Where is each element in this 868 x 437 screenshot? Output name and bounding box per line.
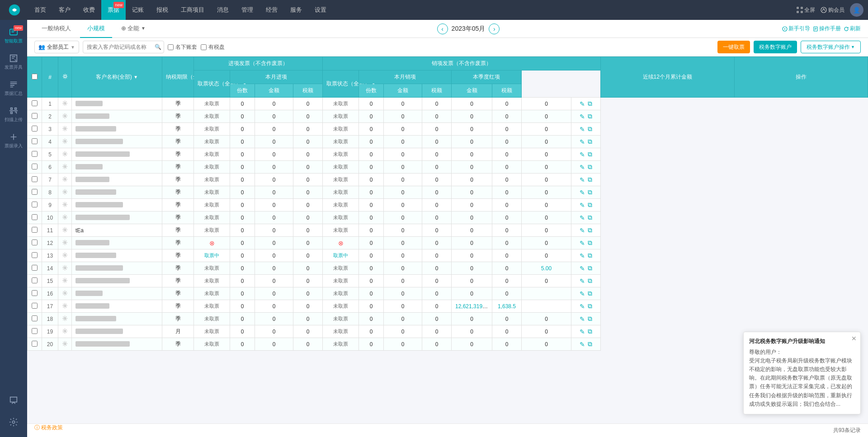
row-settings[interactable] xyxy=(58,224,72,237)
row-settings[interactable] xyxy=(58,325,72,338)
row-checkbox-6[interactable] xyxy=(32,164,38,169)
row-check[interactable] xyxy=(28,136,42,148)
copy-icon-1[interactable]: ⧉ xyxy=(588,100,592,108)
edit-icon-19[interactable]: ✎ xyxy=(580,328,585,335)
row-check[interactable] xyxy=(28,211,42,224)
copy-icon-5[interactable]: ⧉ xyxy=(588,150,592,158)
search-input[interactable] xyxy=(83,41,164,53)
copy-icon-11[interactable]: ⧉ xyxy=(588,226,592,234)
row-settings[interactable] xyxy=(58,300,72,313)
copy-icon-8[interactable]: ⧉ xyxy=(588,188,592,196)
sidebar-item-invoice-open[interactable]: 发票开具 xyxy=(1,50,26,74)
sidebar-settings-bottom[interactable] xyxy=(1,414,26,432)
edit-icon-17[interactable]: ✎ xyxy=(580,303,585,310)
tab-small[interactable]: 小规模 xyxy=(80,20,112,38)
row-settings[interactable] xyxy=(58,110,72,123)
edit-icon-20[interactable]: ✎ xyxy=(580,341,585,348)
nav-fee[interactable]: 收费 xyxy=(77,0,101,20)
edit-icon-13[interactable]: ✎ xyxy=(580,252,585,259)
logo[interactable] xyxy=(5,0,24,20)
row-settings[interactable] xyxy=(58,211,72,224)
notification-close-btn[interactable]: ✕ xyxy=(851,335,857,342)
edit-icon-12[interactable]: ✎ xyxy=(580,240,585,247)
row-check[interactable] xyxy=(28,262,42,275)
copy-icon-15[interactable]: ⧉ xyxy=(588,277,592,285)
edit-icon-3[interactable]: ✎ xyxy=(580,126,585,133)
row-settings[interactable] xyxy=(58,123,72,136)
edit-icon-18[interactable]: ✎ xyxy=(580,315,585,323)
user-avatar[interactable]: 👤 xyxy=(850,3,863,17)
refresh-link[interactable]: 刷新 xyxy=(844,25,861,33)
nav-service[interactable]: 服务 xyxy=(284,0,308,20)
row-check[interactable] xyxy=(28,338,42,351)
date-next-btn[interactable]: › xyxy=(489,23,500,34)
tab-all-dropdown-icon[interactable]: ▼ xyxy=(141,26,146,31)
row-settings[interactable] xyxy=(58,249,72,262)
nav-accounting[interactable]: 记账 xyxy=(126,0,150,20)
row-checkbox-5[interactable] xyxy=(32,151,38,157)
row-checkbox-8[interactable] xyxy=(32,189,38,195)
edit-icon-9[interactable]: ✎ xyxy=(580,202,585,209)
edit-icon-2[interactable]: ✎ xyxy=(580,113,585,120)
manual-link[interactable]: 操作手册 xyxy=(813,25,841,33)
tax-disk-check[interactable]: 有税盘 xyxy=(201,43,225,51)
copy-icon-6[interactable]: ⧉ xyxy=(588,163,592,171)
row-settings[interactable] xyxy=(58,275,72,287)
row-checkbox-19[interactable] xyxy=(32,328,38,334)
copy-icon-19[interactable]: ⧉ xyxy=(588,328,592,335)
row-check[interactable] xyxy=(28,275,42,287)
row-check[interactable] xyxy=(28,224,42,237)
sidebar-item-entry[interactable]: 票据录入 xyxy=(1,128,26,153)
row-check[interactable] xyxy=(28,199,42,211)
row-checkbox-18[interactable] xyxy=(32,315,38,321)
th-customer-name[interactable]: 客户名称(全部) ▼ xyxy=(72,57,162,98)
member-btn[interactable]: 购会员 xyxy=(821,6,844,14)
row-settings[interactable] xyxy=(58,186,72,199)
tab-general[interactable]: 一般纳税人 xyxy=(34,20,78,38)
copy-icon-10[interactable]: ⧉ xyxy=(588,214,592,221)
row-check[interactable] xyxy=(28,313,42,325)
copy-icon-18[interactable]: ⧉ xyxy=(588,315,592,323)
edit-icon-6[interactable]: ✎ xyxy=(580,164,585,171)
copy-icon-17[interactable]: ⧉ xyxy=(588,302,592,310)
row-check[interactable] xyxy=(28,300,42,313)
edit-icon-10[interactable]: ✎ xyxy=(580,214,585,221)
edit-icon-8[interactable]: ✎ xyxy=(580,189,585,196)
th-in-status[interactable]: 取票状态（全部） ▼ xyxy=(194,70,230,98)
row-check[interactable] xyxy=(28,123,42,136)
edit-icon-14[interactable]: ✎ xyxy=(580,265,585,272)
row-checkbox-15[interactable] xyxy=(32,277,38,283)
row-checkbox-14[interactable] xyxy=(32,265,38,271)
nav-invoice[interactable]: 票据 new xyxy=(101,0,126,20)
tax-policy-link[interactable]: ⓘ 税务政策 xyxy=(34,424,63,432)
sidebar-item-scan[interactable]: 扫描上传 xyxy=(1,102,26,127)
row-check[interactable] xyxy=(28,237,42,249)
row-checkbox-11[interactable] xyxy=(32,227,38,233)
nav-operation[interactable]: 经营 xyxy=(259,0,284,20)
row-check[interactable] xyxy=(28,98,42,110)
edit-icon-11[interactable]: ✎ xyxy=(580,227,585,234)
row-checkbox-16[interactable] xyxy=(32,290,38,296)
row-settings[interactable] xyxy=(58,161,72,174)
row-settings[interactable] xyxy=(58,98,72,110)
copy-icon-4[interactable]: ⧉ xyxy=(588,138,592,146)
edit-icon-4[interactable]: ✎ xyxy=(580,138,585,146)
copy-icon-16[interactable]: ⧉ xyxy=(588,290,592,297)
row-settings[interactable] xyxy=(58,148,72,161)
row-settings[interactable] xyxy=(58,313,72,325)
row-settings[interactable] xyxy=(58,237,72,249)
nav-business[interactable]: 工商项目 xyxy=(175,0,211,20)
th-out-status[interactable]: 取票状态（全部） ▼ xyxy=(323,70,359,98)
row-check[interactable] xyxy=(28,174,42,186)
tax-digital-op-btn[interactable]: 税务数字账户操作 ▼ xyxy=(801,41,861,53)
row-checkbox-12[interactable] xyxy=(32,240,38,245)
row-checkbox-20[interactable] xyxy=(32,341,38,347)
row-settings[interactable] xyxy=(58,338,72,351)
nav-client[interactable]: 客户 xyxy=(52,0,77,20)
edit-icon-5[interactable]: ✎ xyxy=(580,151,585,158)
sidebar-item-smart-ticket[interactable]: new 智能取票 xyxy=(1,23,26,48)
row-check[interactable] xyxy=(28,148,42,161)
copy-icon-14[interactable]: ⧉ xyxy=(588,264,592,272)
employee-select[interactable]: 👥 全部员工 ▼ xyxy=(34,41,79,53)
date-prev-btn[interactable]: ‹ xyxy=(437,23,448,34)
